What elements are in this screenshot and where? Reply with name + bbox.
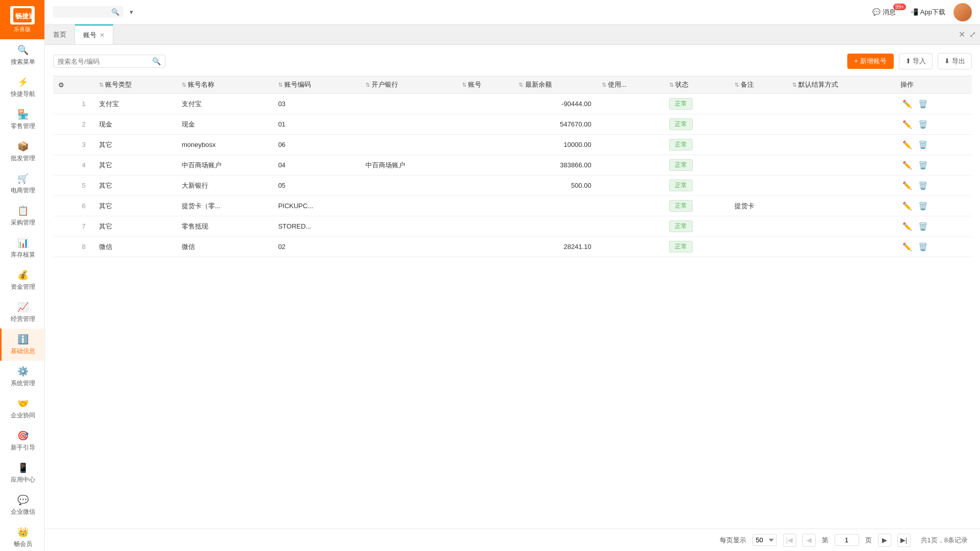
edit-btn-7[interactable]: ✏️: [902, 242, 912, 251]
main-area: 🔍 ▾ 💬 消息 99+ 📲 App下载 首页 账号 ✕ ✕: [45, 0, 980, 551]
col-usage[interactable]: 使用...: [597, 76, 665, 94]
search-icon: 🔍: [152, 57, 161, 65]
add-account-button[interactable]: + 新增账号: [847, 54, 894, 69]
row-code-2: 06: [273, 135, 360, 155]
tab-account-label: 账号: [83, 31, 96, 40]
topbar-search-box[interactable]: 🔍: [53, 6, 124, 18]
sidebar-item-retail-mgmt[interactable]: 🏪 零售管理: [0, 104, 44, 136]
row-bank-1: [360, 114, 457, 135]
sidebar-item-quick-nav[interactable]: ⚡ 快捷导航: [0, 71, 44, 104]
row-num-5: 6: [74, 196, 94, 216]
sidebar-item-beginner-guide[interactable]: 🎯 新手引导: [0, 425, 44, 457]
row-balance-5: [513, 196, 596, 216]
row-code-4: 05: [273, 176, 360, 196]
row-default-settlement-4: [787, 176, 895, 196]
svg-text:畅捷通: 畅捷通: [15, 12, 32, 20]
col-bank[interactable]: 开户银行: [360, 76, 457, 94]
sidebar-item-purchase-mgmt[interactable]: 📋 采购管理: [0, 200, 44, 232]
sidebar-item-search-menu[interactable]: 🔍 搜索菜单: [0, 39, 44, 71]
delete-btn-3[interactable]: 🗑️: [918, 161, 928, 169]
sidebar-item-basic-info[interactable]: ℹ️ 基础信息: [0, 329, 44, 361]
col-remark[interactable]: 备注: [729, 76, 788, 94]
edit-btn-6[interactable]: ✏️: [902, 222, 912, 231]
message-badge[interactable]: 💬 消息 99+: [872, 8, 902, 17]
col-status[interactable]: 状态: [664, 76, 729, 94]
row-name-3: 中百商场账户: [177, 155, 273, 176]
edit-btn-4[interactable]: ✏️: [902, 181, 912, 190]
page-size-select[interactable]: 50 100 200: [752, 534, 777, 546]
edit-btn-0[interactable]: ✏️: [902, 99, 912, 108]
next-page-btn[interactable]: ▶: [878, 534, 891, 547]
col-default-settlement[interactable]: 默认结算方式: [787, 76, 895, 94]
row-action-3: ✏️ 🗑️: [895, 155, 972, 176]
sidebar-item-label: 采购管理: [11, 218, 35, 227]
enterprise-agreement-icon: 🤝: [17, 398, 29, 409]
edit-btn-2[interactable]: ✏️: [902, 140, 912, 149]
sidebar-item-ecommerce-mgmt[interactable]: 🛒 电商管理: [0, 168, 44, 200]
first-page-btn[interactable]: |◀: [783, 534, 796, 547]
sidebar-item-inventory-calc[interactable]: 📊 库存核算: [0, 232, 44, 264]
delete-btn-1[interactable]: 🗑️: [918, 120, 928, 129]
last-page-btn[interactable]: ▶|: [897, 534, 911, 547]
export-button[interactable]: ⬇ 导出: [938, 53, 972, 69]
sidebar-item-app-center[interactable]: 📱 应用中心: [0, 457, 44, 489]
account-search-box[interactable]: 🔍: [53, 55, 165, 68]
tab-home[interactable]: 首页: [45, 24, 75, 44]
row-usage-3: [597, 155, 665, 176]
row-settings-1: [53, 114, 74, 135]
app-download-btn[interactable]: 📲 App下载: [910, 8, 945, 17]
account-search-input[interactable]: [58, 58, 149, 65]
sidebar-item-wholesale-mgmt[interactable]: 📦 批发管理: [0, 136, 44, 168]
sidebar-item-operations-mgmt[interactable]: 📈 经营管理: [0, 296, 44, 329]
topbar-search-input[interactable]: [57, 8, 108, 16]
import-button[interactable]: ⬆ 导入: [899, 53, 933, 69]
sidebar-item-enterprise-wechat[interactable]: 💬 企业微信: [0, 489, 44, 521]
col-name[interactable]: 账号名称: [177, 76, 273, 94]
row-name-2: moneybosx: [177, 135, 273, 155]
row-account-1: [457, 114, 514, 135]
delete-btn-2[interactable]: 🗑️: [918, 140, 928, 149]
page-input[interactable]: 1: [835, 534, 859, 546]
delete-btn-4[interactable]: 🗑️: [918, 181, 928, 190]
sidebar-item-system-mgmt[interactable]: ⚙️ 系统管理: [0, 361, 44, 393]
sidebar-item-label: 电商管理: [11, 186, 35, 195]
sidebar-item-vip-member[interactable]: 👑 畅会员: [0, 521, 44, 551]
row-bank-0: [360, 94, 457, 114]
col-settings[interactable]: ⚙: [53, 76, 74, 94]
col-action: 操作: [895, 76, 972, 94]
tab-account[interactable]: 账号 ✕: [75, 24, 113, 44]
delete-btn-0[interactable]: 🗑️: [918, 99, 928, 108]
tab-account-close[interactable]: ✕: [100, 32, 105, 38]
delete-btn-6[interactable]: 🗑️: [918, 222, 928, 231]
col-type[interactable]: 账号类型: [94, 76, 177, 94]
row-settings-2: [53, 135, 74, 155]
topbar-dropdown-arrow[interactable]: ▾: [130, 8, 133, 16]
sidebar-item-capital-mgmt[interactable]: 💰 资金管理: [0, 264, 44, 296]
row-status-4: 正常: [664, 176, 729, 196]
row-name-5: 提货卡（零...: [177, 196, 273, 216]
row-status-5: 正常: [664, 196, 729, 216]
edit-btn-5[interactable]: ✏️: [902, 202, 912, 210]
delete-btn-5[interactable]: 🗑️: [918, 202, 928, 210]
row-num-3: 4: [74, 155, 94, 176]
sidebar-item-label: 新手引导: [11, 443, 35, 452]
edit-btn-3[interactable]: ✏️: [902, 161, 912, 169]
row-name-7: 微信: [177, 237, 273, 257]
table-row: 1 支付宝 支付宝 03 -90444.00 正常 ✏️ 🗑️: [53, 94, 972, 114]
col-code[interactable]: 账号编码: [273, 76, 360, 94]
tab-close-btn[interactable]: ✕: [959, 30, 965, 39]
delete-btn-7[interactable]: 🗑️: [918, 242, 928, 251]
sidebar-item-enterprise-agreement[interactable]: 🤝 企业协同: [0, 393, 44, 425]
col-account[interactable]: 账号: [457, 76, 514, 94]
row-name-1: 现金: [177, 114, 273, 135]
row-settings-7: [53, 237, 74, 257]
status-badge-7: 正常: [669, 241, 693, 253]
user-avatar[interactable]: [953, 3, 972, 21]
row-remark-5: 提货卡: [729, 196, 788, 216]
edit-btn-1[interactable]: ✏️: [902, 120, 912, 129]
prev-page-btn[interactable]: ◀: [802, 534, 816, 547]
tab-maximize-btn[interactable]: ⤢: [969, 30, 976, 39]
row-num-0: 1: [74, 94, 94, 114]
table-row: 4 其它 中百商场账户 04 中百商场账户 383866.00 正常 ✏️ 🗑️: [53, 155, 972, 176]
col-balance[interactable]: 最新余额: [513, 76, 596, 94]
